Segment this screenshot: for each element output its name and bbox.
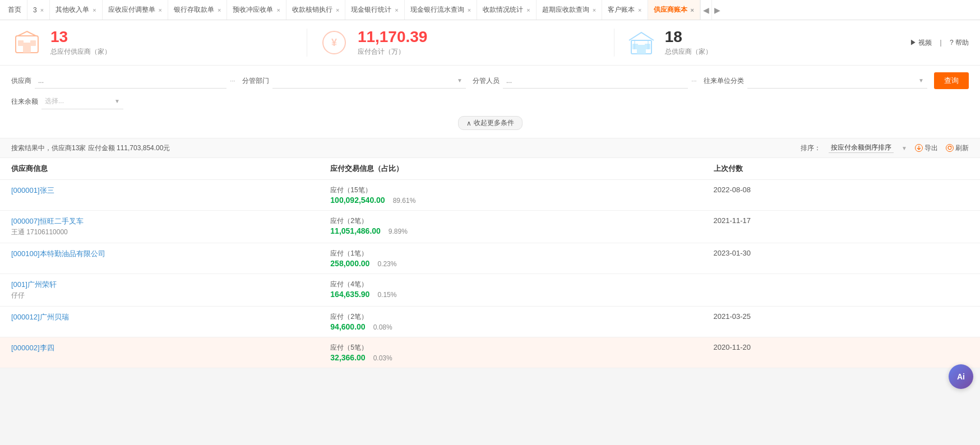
supplier-name-link[interactable]: [000100]本特勤油品有限公司 xyxy=(11,249,330,259)
table-header: 供应商信息 应付交易信息（占比） 上次付数 xyxy=(0,158,980,180)
transaction-cell: 应付（1笔） 258,000.00 0.23% xyxy=(330,249,713,268)
table-row[interactable]: [000007]恒旺二手叉车 王通 17106110000 应付（2笔） 11,… xyxy=(0,211,980,243)
filter-category: 往来单位分类 ▼ xyxy=(704,73,928,89)
nav-tab-cash-bank[interactable]: 现金银行统计 × xyxy=(345,0,404,20)
table-row[interactable]: [000012]广州贝瑞 应付（2笔） 94,600.00 0.08% 2021… xyxy=(0,307,980,337)
close-icon[interactable]: × xyxy=(593,7,596,13)
nav-next-arrow[interactable]: ▶ xyxy=(711,0,723,20)
svg-marker-1 xyxy=(18,31,36,36)
nav-tab-label: 银行存取款单 xyxy=(174,5,214,15)
close-icon[interactable]: × xyxy=(218,7,221,13)
sort-chevron-icon: ▼ xyxy=(902,145,907,151)
chevron-down-icon2: ▼ xyxy=(918,77,924,84)
nav-tab-prepay[interactable]: 预收冲应收单 × xyxy=(227,0,286,20)
close-icon[interactable]: × xyxy=(159,7,162,13)
transaction-cell: 应付（4笔） 164,635.90 0.15% xyxy=(330,280,713,299)
lastpay-cell: 2020-11-20 xyxy=(714,343,969,351)
close-icon[interactable]: × xyxy=(691,7,694,13)
supplier-name-link[interactable]: [001]广州荣轩 xyxy=(11,280,330,290)
lastpay-date: 2022-08-08 xyxy=(714,186,751,194)
transaction-cell: 应付（15笔） 100,092,540.00 89.61% xyxy=(330,186,713,205)
nav-tab-supplier-ledger[interactable]: 供应商账本 × xyxy=(648,0,700,20)
payable-supplier-label: 总应付供应商（家） xyxy=(50,47,111,57)
category-filter-select[interactable]: ▼ xyxy=(747,73,928,89)
refresh-button[interactable]: 刷新 xyxy=(946,143,969,153)
nav-tab-label: 现金银行统计 xyxy=(351,5,391,15)
filter-supplier: 供应商 ··· xyxy=(11,73,235,89)
nav-tab-customer-ledger[interactable]: 客户账本 × xyxy=(602,0,648,20)
nav-tab-label: 客户账本 xyxy=(608,5,635,15)
close-icon[interactable]: × xyxy=(93,7,96,13)
nav-tab-collection[interactable]: 收款核销执行 × xyxy=(286,0,345,20)
close-icon[interactable]: × xyxy=(526,7,530,13)
svg-rect-3 xyxy=(18,40,24,46)
tx-amount: 32,366.00 xyxy=(330,353,365,362)
nav-tab-label: 供应商账本 xyxy=(654,5,687,15)
person-filter-input[interactable] xyxy=(503,73,688,89)
query-button[interactable]: 查询 xyxy=(934,72,969,89)
filter-row-1: 供应商 ··· 分管部门 ▼ 分管人员 ··· 往来单位分类 ▼ 查询 xyxy=(11,72,969,89)
help-link[interactable]: ? 帮助 xyxy=(950,38,969,48)
export-label: 导出 xyxy=(924,143,938,153)
nav-tab-3[interactable]: 3 × xyxy=(27,0,50,20)
lastpay-cell: 2022-08-08 xyxy=(714,186,969,194)
balance-select-text: 选择... xyxy=(45,96,64,106)
sort-select[interactable]: 按应付余额倒序排序 xyxy=(829,143,894,153)
export-button[interactable]: 导出 xyxy=(915,143,938,153)
filter-dept: 分管部门 ▼ xyxy=(242,73,466,89)
balance-filter-select[interactable]: 选择... ▼ xyxy=(41,94,123,109)
lastpay-date: 2021-11-17 xyxy=(714,216,751,225)
data-table: 供应商信息 应付交易信息（占比） 上次付数 [000001]张三 应付（15笔）… xyxy=(0,158,980,368)
tx-amount-row: 100,092,540.00 89.61% xyxy=(330,195,713,205)
nav-tab-home[interactable]: 首页 xyxy=(2,0,27,20)
nav-tab-cash-flow[interactable]: 现金银行流水查询 × xyxy=(405,0,477,20)
supplier-name-link[interactable]: [000002]李四 xyxy=(11,343,330,353)
nav-tab-label: 应收应付调整单 xyxy=(108,5,155,15)
lastpay-date: 2021-03-25 xyxy=(714,312,751,321)
dept-filter-select[interactable]: ▼ xyxy=(272,73,466,89)
refresh-label: 刷新 xyxy=(955,143,969,153)
collapse-button[interactable]: ∧ 收起更多条件 xyxy=(458,116,523,130)
nav-tab-ar-adjust[interactable]: 应收应付调整单 × xyxy=(103,0,168,20)
supplier-info-cell: [000007]恒旺二手叉车 王通 17106110000 xyxy=(11,216,330,237)
nav-tab-label: 其他收入单 xyxy=(56,5,89,15)
close-icon[interactable]: × xyxy=(468,7,471,13)
summary-card-payable-suppliers: 13 总应付供应商（家） xyxy=(11,27,295,58)
col-header-lastpay: 上次付数 xyxy=(714,164,969,174)
chevron-up-icon: ∧ xyxy=(466,119,471,127)
chevron-down-icon: ▼ xyxy=(457,77,463,84)
close-icon[interactable]: × xyxy=(638,7,641,13)
supplier-name-link[interactable]: [000001]张三 xyxy=(11,186,330,196)
nav-tab-collection-stats[interactable]: 收款情况统计 × xyxy=(477,0,536,20)
supplier-filter-input[interactable] xyxy=(35,73,226,89)
nav-tab-other-income[interactable]: 其他收入单 × xyxy=(50,0,102,20)
tx-label: 应付（4笔） xyxy=(330,280,368,288)
col-header-supplier: 供应商信息 xyxy=(11,164,330,174)
supplier-info-cell: [001]广州荣轩 仔仔 xyxy=(11,280,330,300)
video-link[interactable]: ▶ 视频 xyxy=(910,38,932,48)
close-icon[interactable]: × xyxy=(276,7,280,13)
table-row[interactable]: [001]广州荣轩 仔仔 应付（4笔） 164,635.90 0.15% xyxy=(0,274,980,307)
nav-tab-overdue[interactable]: 超期应收款查询 × xyxy=(537,0,602,20)
supplier-name-link[interactable]: [000007]恒旺二手叉车 xyxy=(11,216,330,226)
tx-label: 应付（5笔） xyxy=(330,344,368,351)
nav-prev-arrow[interactable]: ◀ xyxy=(700,0,711,20)
close-icon[interactable]: × xyxy=(395,7,398,13)
svg-rect-2 xyxy=(23,43,31,53)
tx-amount-row: 32,366.00 0.03% xyxy=(330,353,713,362)
collapse-bar: ∧ 收起更多条件 xyxy=(11,114,969,133)
lastpay-date: 2020-11-20 xyxy=(714,343,751,351)
result-bar: 搜索结果中，供应商13家 应付金额 111,703,854.00元 排序： 按应… xyxy=(0,138,980,158)
result-info-text: 搜索结果中，供应商13家 应付金额 111,703,854.00元 xyxy=(11,143,170,153)
table-row[interactable]: [000001]张三 应付（15笔） 100,092,540.00 89.61%… xyxy=(0,180,980,211)
nav-tab-bank-deposit[interactable]: 银行存取款单 × xyxy=(168,0,227,20)
close-icon[interactable]: × xyxy=(40,7,44,13)
collapse-label: 收起更多条件 xyxy=(474,118,514,128)
table-row[interactable]: [000002]李四 应付（5笔） 32,366.00 0.03% 2020-1… xyxy=(0,337,980,368)
supplier-name-link[interactable]: [000012]广州贝瑞 xyxy=(11,312,330,322)
close-icon[interactable]: × xyxy=(336,7,339,13)
top-right-links: ▶ 视频 ｜ ? 帮助 xyxy=(910,38,969,48)
lastpay-date: 2023-01-30 xyxy=(714,249,751,257)
tx-label: 应付（2笔） xyxy=(330,217,368,225)
table-row[interactable]: [000100]本特勤油品有限公司 应付（1笔） 258,000.00 0.23… xyxy=(0,243,980,274)
